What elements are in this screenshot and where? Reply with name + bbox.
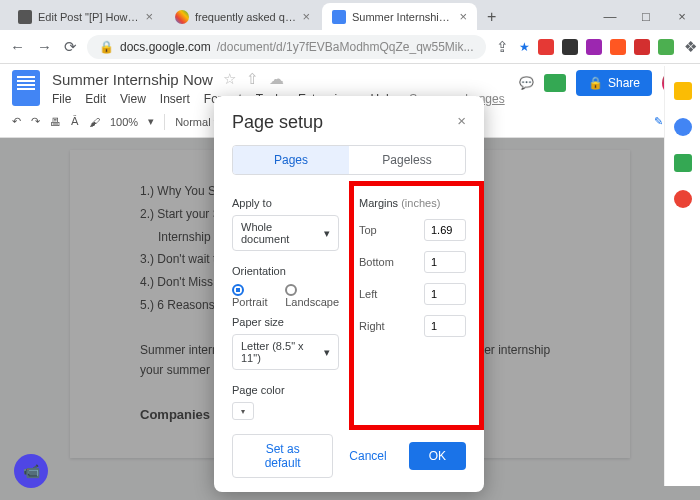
- side-panel: [664, 66, 700, 486]
- paper-size-select[interactable]: Letter (8.5" x 11") ▾: [232, 334, 339, 370]
- tab-pageless[interactable]: Pageless: [349, 146, 465, 174]
- close-icon[interactable]: ×: [457, 112, 466, 133]
- margin-right-input[interactable]: [424, 315, 466, 337]
- page-color-label: Page color: [232, 384, 339, 396]
- ext-icon[interactable]: [586, 39, 602, 55]
- menu-edit[interactable]: Edit: [85, 92, 106, 106]
- tasks-icon[interactable]: [674, 118, 692, 136]
- margin-left-input[interactable]: [424, 283, 466, 305]
- page-setup-dialog: Page setup× Pages Pageless Apply to Whol…: [214, 96, 484, 492]
- address-bar: ← → ⟳ 🔒 docs.google.com/document/d/1y7fE…: [0, 30, 700, 64]
- back-icon[interactable]: ←: [8, 36, 27, 57]
- zoom-select[interactable]: 100%: [110, 116, 138, 128]
- ok-button[interactable]: OK: [409, 442, 466, 470]
- maximize-icon[interactable]: □: [628, 2, 664, 30]
- margin-bottom-input[interactable]: [424, 251, 466, 273]
- ext-icon[interactable]: [610, 39, 626, 55]
- apply-to-select[interactable]: Whole document ▾: [232, 215, 339, 251]
- comment-icon[interactable]: 💬: [519, 76, 534, 90]
- ext-icon[interactable]: [538, 39, 554, 55]
- tab-pages[interactable]: Pages: [233, 146, 349, 174]
- landscape-radio[interactable]: Landscape: [285, 283, 339, 308]
- portrait-radio[interactable]: Portrait: [232, 283, 271, 308]
- docs-logo-icon[interactable]: [12, 70, 40, 106]
- keep-icon[interactable]: [674, 82, 692, 100]
- new-tab-button[interactable]: +: [479, 4, 504, 30]
- ext-icon[interactable]: [658, 39, 674, 55]
- star-icon[interactable]: ★: [519, 40, 530, 54]
- menu-view[interactable]: View: [120, 92, 146, 106]
- forward-icon[interactable]: →: [35, 36, 54, 57]
- minimize-icon[interactable]: —: [592, 2, 628, 30]
- print-icon[interactable]: 🖶: [50, 116, 61, 128]
- page-color-select[interactable]: ▾: [232, 402, 254, 420]
- close-icon[interactable]: ×: [459, 9, 467, 24]
- meet-fab[interactable]: 📹: [14, 454, 48, 488]
- cloud-icon[interactable]: ☁: [269, 70, 284, 88]
- close-icon[interactable]: ×: [145, 9, 153, 24]
- tab-0[interactable]: Edit Post "[P] How to Change×: [8, 3, 163, 30]
- orientation-label: Orientation: [232, 265, 339, 277]
- contacts-icon[interactable]: [674, 154, 692, 172]
- close-window-icon[interactable]: ×: [664, 2, 700, 30]
- chevron-down-icon: ▾: [324, 346, 330, 359]
- maps-icon[interactable]: [674, 190, 692, 208]
- doc-title[interactable]: Summer Internship Now: [52, 71, 213, 88]
- close-icon[interactable]: ×: [302, 9, 310, 24]
- share-icon[interactable]: ⇪: [494, 36, 511, 58]
- ext-icon[interactable]: [562, 39, 578, 55]
- move-icon[interactable]: ⇧: [246, 70, 259, 88]
- lock-icon: 🔒: [588, 76, 603, 90]
- tab-1[interactable]: frequently asked questions al...×: [165, 3, 320, 30]
- star-icon[interactable]: ☆: [223, 70, 236, 88]
- tab-2[interactable]: Summer Internship Now - Go...×: [322, 3, 477, 30]
- cancel-button[interactable]: Cancel: [333, 442, 402, 470]
- meet-icon[interactable]: [544, 74, 566, 92]
- chevron-down-icon: ▾: [241, 407, 245, 416]
- ext-icon[interactable]: [634, 39, 650, 55]
- chevron-down-icon: ▾: [324, 227, 330, 240]
- margins-label: Margins: [359, 197, 398, 209]
- set-default-button[interactable]: Set as default: [232, 434, 333, 478]
- undo-icon[interactable]: ↶: [12, 115, 21, 128]
- lock-icon: 🔒: [99, 40, 114, 54]
- browser-tab-strip: Edit Post "[P] How to Change× frequently…: [0, 0, 700, 30]
- dialog-title: Page setup: [232, 112, 323, 133]
- url-field[interactable]: 🔒 docs.google.com/document/d/1y7fEVBaMod…: [87, 35, 486, 59]
- share-button[interactable]: 🔒Share: [576, 70, 652, 96]
- paint-icon[interactable]: 🖌: [89, 116, 100, 128]
- redo-icon[interactable]: ↷: [31, 115, 40, 128]
- menu-insert[interactable]: Insert: [160, 92, 190, 106]
- margin-top-input[interactable]: [424, 219, 466, 241]
- menu-file[interactable]: File: [52, 92, 71, 106]
- reload-icon[interactable]: ⟳: [62, 36, 79, 58]
- apply-to-label: Apply to: [232, 197, 339, 209]
- paper-size-label: Paper size: [232, 316, 339, 328]
- spellcheck-icon[interactable]: Ǎ: [71, 115, 79, 128]
- extensions-icon[interactable]: ❖: [682, 36, 699, 58]
